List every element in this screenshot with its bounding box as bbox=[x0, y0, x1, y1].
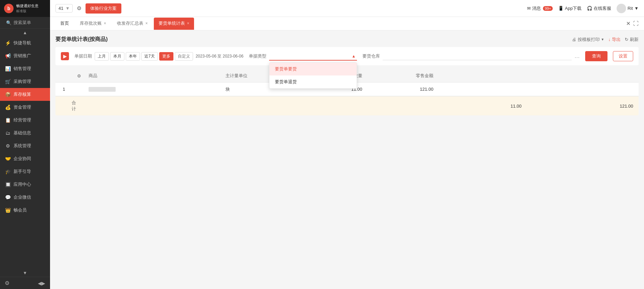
trial-btn[interactable]: 体验行业方案 bbox=[86, 3, 121, 14]
sidebar-item-sales[interactable]: 📊 销售管理 bbox=[0, 62, 50, 75]
cell-settings bbox=[72, 86, 86, 93]
settings-btn[interactable]: 设置 bbox=[613, 51, 633, 61]
sidebar-item-label: 企业微信 bbox=[14, 194, 31, 200]
warehouse-filter-label: 要货仓库 bbox=[362, 53, 380, 59]
messages-badge: 99+ bbox=[543, 6, 553, 11]
header-right: ✉ 消息 99+ 📱 App下载 🎧 在线客服 Rit ▼ bbox=[527, 4, 639, 13]
date-btn-more[interactable]: 更多 bbox=[159, 52, 173, 61]
product-placeholder bbox=[89, 87, 116, 92]
branch-number: 41 bbox=[58, 6, 63, 11]
tab-inventory-batch[interactable]: 库存批次账 × bbox=[75, 18, 111, 30]
tab-order-stats-close[interactable]: × bbox=[187, 21, 189, 26]
tab-order-stats-label: 要货单统计表 bbox=[159, 20, 185, 26]
date-btn-custom[interactable]: 自定义 bbox=[175, 52, 193, 61]
print-icon: 🖨 bbox=[572, 37, 576, 42]
cell-rest bbox=[436, 86, 639, 93]
type-filter-input[interactable] bbox=[269, 52, 357, 61]
guide-icon: 🎓 bbox=[5, 169, 11, 175]
tab-receivable-summary-close[interactable]: × bbox=[145, 21, 148, 26]
print-template-btn[interactable]: 🖨 按模板打印 ▼ bbox=[572, 37, 604, 43]
dropdown-item-order-return[interactable]: 要货单退货 bbox=[269, 75, 357, 88]
tab-inventory-batch-label: 库存批次账 bbox=[80, 20, 102, 26]
sidebar-item-label: 畅会员 bbox=[14, 207, 27, 213]
col-header-rest bbox=[436, 72, 639, 79]
col-header-settings[interactable]: ⚙ bbox=[72, 70, 86, 82]
tab-expand-btn[interactable]: ⛶ bbox=[633, 20, 639, 27]
page-header: 要货单统计表(按商品) 🖨 按模板打印 ▼ ↓ 导出 ↻ 刷新 bbox=[55, 36, 639, 43]
tab-receivable-summary-label: 收发存汇总表 bbox=[117, 20, 143, 26]
sidebar-item-label: 系统管理 bbox=[14, 143, 31, 149]
sidebar-scroll-down[interactable]: ▼ bbox=[0, 269, 50, 277]
date-btn-up-month[interactable]: 上月 bbox=[95, 52, 109, 61]
sidebar-scroll-up[interactable]: ▲ bbox=[0, 29, 50, 37]
tab-order-stats[interactable]: 要货单统计表 × bbox=[154, 18, 194, 30]
type-dropdown: 要货单要货 要货单退货 bbox=[269, 62, 357, 89]
phone-icon: 📱 bbox=[558, 6, 564, 11]
sidebar-item-operation[interactable]: 📋 经营管理 bbox=[0, 114, 50, 127]
cell-amount: 121.00 bbox=[365, 83, 436, 95]
dropdown-item-order-goods[interactable]: 要货单要货 bbox=[269, 63, 357, 75]
sidebar-item-collab[interactable]: 🤝 企业协同 bbox=[0, 152, 50, 165]
sidebar-item-inventory[interactable]: 📦 库存核算 bbox=[0, 88, 50, 101]
tab-inventory-batch-close[interactable]: × bbox=[104, 21, 106, 26]
sidebar-item-finance[interactable]: 💰 资金管理 bbox=[0, 101, 50, 114]
app-download-btn[interactable]: 📱 App下载 bbox=[558, 5, 581, 12]
sidebar-nav: ⚡ 快捷导航 📢 营销推广 📊 销售管理 🛒 采购管理 📦 库存核算 💰 资金管… bbox=[0, 37, 50, 269]
sidebar-item-label: 采购管理 bbox=[14, 79, 31, 85]
sidebar-item-label: 新手引导 bbox=[14, 169, 31, 175]
date-btn-last7[interactable]: 近7天 bbox=[141, 52, 158, 61]
sidebar-item-appstore[interactable]: 🔲 应用中心 bbox=[0, 178, 50, 191]
sidebar-item-purchase[interactable]: 🛒 采购管理 bbox=[0, 75, 50, 88]
messages-btn[interactable]: ✉ 消息 99+ bbox=[527, 5, 553, 12]
warehouse-filter-input[interactable] bbox=[383, 52, 572, 60]
headset-icon: 🎧 bbox=[587, 6, 592, 11]
tab-actions: ✕ ⛶ bbox=[626, 20, 639, 27]
search-label: 搜索菜单 bbox=[14, 20, 31, 26]
system-icon: ⚙ bbox=[5, 143, 11, 149]
type-filter-label: 单据类型 bbox=[249, 53, 266, 59]
col-header-index bbox=[55, 72, 72, 79]
date-btn-this-month[interactable]: 本月 bbox=[110, 52, 124, 61]
tab-home[interactable]: 首页 bbox=[55, 18, 74, 30]
filter-expand-btn[interactable]: ▶ bbox=[61, 52, 69, 60]
sidebar-item-guide[interactable]: 🎓 新手引导 bbox=[0, 165, 50, 178]
app-sub: 标准版 bbox=[16, 9, 39, 14]
footer-qty: 11.00 bbox=[410, 104, 522, 109]
sidebar-item-label: 企业协同 bbox=[14, 156, 31, 162]
sidebar-item-basic[interactable]: 🗂 基础信息 bbox=[0, 127, 50, 139]
sidebar-item-label: 库存核算 bbox=[14, 91, 31, 97]
finance-icon: 💰 bbox=[5, 104, 11, 110]
header-gear-icon[interactable]: ⚙ bbox=[77, 5, 81, 12]
search-menu[interactable]: 🔍 搜索菜单 bbox=[0, 17, 50, 29]
refresh-btn[interactable]: ↻ 刷新 bbox=[625, 37, 639, 43]
collab-icon: 🤝 bbox=[5, 156, 11, 162]
export-btn[interactable]: ↓ 导出 bbox=[609, 37, 621, 43]
tab-close-all-btn[interactable]: ✕ bbox=[626, 20, 630, 27]
type-input-wrapper: ▲ 要货单要货 要货单退货 bbox=[269, 52, 357, 61]
settings-icon[interactable]: ⚙ bbox=[5, 280, 9, 286]
warehouse-filter-group: 要货仓库 … bbox=[362, 52, 580, 60]
print-template-label: 按模板打印 bbox=[578, 37, 600, 43]
type-dropdown-arrow[interactable]: ▲ bbox=[352, 54, 356, 59]
header-left: 41 ▼ ⚙ 体验行业方案 bbox=[55, 3, 121, 14]
col-header-amount: 零售金额 bbox=[365, 69, 436, 82]
online-service-btn[interactable]: 🎧 在线客服 bbox=[587, 5, 611, 12]
cell-index: 1 bbox=[55, 83, 72, 95]
refresh-label: 刷新 bbox=[630, 37, 639, 43]
sidebar-item-label: 基础信息 bbox=[14, 130, 31, 136]
toggle-sidebar-icon[interactable]: ◀▶ bbox=[38, 281, 45, 286]
tab-bar: 首页 库存批次账 × 收发存汇总表 × 要货单统计表 × ✕ ⛶ bbox=[50, 17, 644, 30]
sidebar-item-wechat[interactable]: 💬 企业微信 bbox=[0, 191, 50, 204]
sidebar-item-system[interactable]: ⚙ 系统管理 bbox=[0, 139, 50, 152]
sidebar-item-member[interactable]: 👑 畅会员 bbox=[0, 204, 50, 217]
warehouse-more-icon[interactable]: … bbox=[574, 53, 580, 59]
user-menu[interactable]: Rit ▼ bbox=[617, 4, 639, 13]
sidebar-item-quick-nav[interactable]: ⚡ 快捷导航 bbox=[0, 37, 50, 49]
tab-receivable-summary[interactable]: 收发存汇总表 × bbox=[112, 18, 152, 30]
quick-nav-icon: ⚡ bbox=[5, 40, 11, 46]
date-range-text: 2023-05-06 至 2023-06-06 bbox=[196, 53, 243, 59]
sidebar-item-marketing[interactable]: 📢 营销推广 bbox=[0, 49, 50, 62]
query-btn[interactable]: 查询 bbox=[585, 51, 607, 61]
date-btn-this-year[interactable]: 本年 bbox=[126, 52, 140, 61]
branch-selector[interactable]: 41 ▼ bbox=[55, 4, 73, 13]
